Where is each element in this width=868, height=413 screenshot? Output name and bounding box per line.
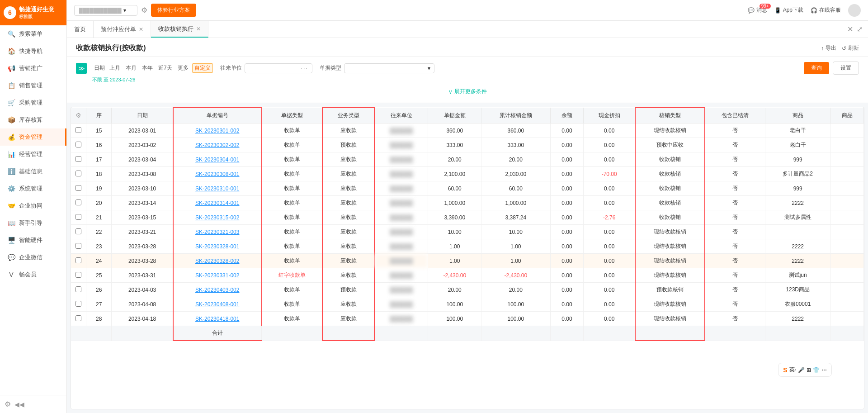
td-balance: 0.00 [550, 239, 584, 254]
sidebar-item-hardware-label: 智能硬件 [19, 236, 42, 244]
settings-icon[interactable]: ⚙ [5, 400, 11, 408]
td-bill-no[interactable]: SK-20230403-002 [173, 283, 262, 297]
sidebar-item-inventory[interactable]: 📦 库存核算 [0, 111, 66, 128]
footer-amount-cell [428, 326, 481, 341]
sidebar-item-marketing[interactable]: 📢 营销推广 [0, 60, 66, 77]
th-settings[interactable]: ⚙ [71, 108, 86, 123]
watermark-logo: S [783, 366, 787, 374]
topbar-gear-icon[interactable]: ⚙ [141, 6, 147, 14]
sidebar-item-basic[interactable]: ℹ️ 基础信息 [0, 163, 66, 180]
collapse-sidebar-icon[interactable]: ◀◀ [14, 401, 24, 408]
online-service-button[interactable]: 🎧 在线客服 [811, 6, 841, 14]
td-seq: 19 [86, 181, 112, 196]
watermark-text: 英· [789, 366, 796, 374]
row-checkbox[interactable] [75, 286, 81, 292]
sidebar-item-finance[interactable]: 💰 资金管理 [0, 128, 66, 146]
td-write-off-type: 收款核销 [635, 181, 705, 196]
filter-date-item: 日期 上月 本月 本年 近7天 更多 自定义 [94, 63, 213, 73]
td-bill-no[interactable]: SK-20230301-002 [173, 123, 262, 138]
user-avatar[interactable] [848, 4, 861, 17]
td-checkbox [71, 312, 86, 326]
sidebar-item-operation[interactable]: 📊 经营管理 [0, 146, 66, 163]
row-checkbox[interactable] [75, 171, 81, 176]
company-selector[interactable]: ████████████ ▾ [74, 5, 137, 16]
td-seq: 17 [86, 152, 112, 167]
td-write-off-type: 收款核销 [635, 196, 705, 210]
filter-this-month-btn[interactable]: 本月 [124, 63, 138, 73]
data-table: ⚙ 序 日期 单据编号 单据类型 业务类型 往来单位 单据金额 累计核销金额 余… [71, 107, 864, 341]
row-checkbox[interactable] [75, 257, 81, 263]
filter-row: ≫ 日期 上月 本月 本年 近7天 更多 自定义 往来单位 [76, 62, 859, 75]
td-product2 [830, 297, 864, 312]
filter-collapse-button[interactable]: ≫ [76, 63, 87, 74]
td-include-settled: 否 [705, 225, 765, 239]
row-checkbox[interactable] [75, 315, 81, 321]
row-checkbox[interactable] [75, 199, 81, 205]
footer-product2-cell [830, 326, 864, 341]
td-partner: ██████ [374, 152, 428, 167]
sidebar-item-quick-nav[interactable]: 🏠 快捷导航 [0, 43, 66, 60]
td-bill-no[interactable]: SK-20230315-002 [173, 210, 262, 225]
sidebar-item-guide[interactable]: 📖 新手引导 [0, 214, 66, 232]
app-download-button[interactable]: 📱 App下载 [774, 6, 803, 14]
filter-last-month-btn[interactable]: 上月 [108, 63, 122, 73]
column-settings-icon[interactable]: ⚙ [75, 112, 81, 119]
td-bill-no[interactable]: SK-20230308-001 [173, 167, 262, 181]
td-seq: 16 [86, 138, 112, 152]
query-button[interactable]: 查询 [804, 62, 829, 74]
row-checkbox[interactable] [75, 243, 81, 249]
page-header: 收款核销执行(按收款) ↑ 导出 ↺ 刷新 [67, 38, 868, 57]
sidebar-item-sales[interactable]: 📋 销售管理 [0, 77, 66, 94]
solution-button[interactable]: 体验行业方案 [151, 4, 196, 17]
tab-prepay[interactable]: 预付冲应付单 ✕ [94, 21, 151, 38]
sidebar-item-search[interactable]: 🔍 搜索菜单 [0, 25, 66, 43]
td-bill-no[interactable]: SK-20230418-001 [173, 312, 262, 326]
sidebar-item-system[interactable]: ⚙️ 系统管理 [0, 180, 66, 197]
row-checkbox[interactable] [75, 301, 81, 307]
sidebar-item-quick-nav-label: 快捷导航 [19, 47, 42, 55]
refresh-button[interactable]: ↺ 刷新 [842, 44, 859, 52]
sidebar-item-enterprise[interactable]: 🤝 企业协同 [0, 197, 66, 214]
row-checkbox[interactable] [75, 142, 81, 147]
tab-collection[interactable]: 收款核销执行 ✕ [151, 21, 208, 38]
td-partner: ██████ [374, 225, 428, 239]
close-tab-icon[interactable]: ✕ [847, 25, 853, 33]
row-checkbox[interactable] [75, 272, 81, 278]
td-bill-no[interactable]: SK-20230310-001 [173, 181, 262, 196]
expand-more-conditions-button[interactable]: ∨ 展开更多条件 [448, 88, 487, 95]
td-include-settled: 否 [705, 297, 765, 312]
row-checkbox[interactable] [75, 228, 81, 234]
filter-more-btn[interactable]: 更多 [176, 63, 190, 73]
row-checkbox[interactable] [75, 214, 81, 220]
td-bill-no[interactable]: SK-20230331-002 [173, 268, 262, 283]
sidebar-item-wechat[interactable]: 💬 企业微信 [0, 249, 66, 266]
sidebar-item-member[interactable]: V 畅会员 [0, 266, 66, 283]
tab-collection-close-icon[interactable]: ✕ [196, 26, 201, 32]
row-checkbox[interactable] [75, 127, 81, 133]
expand-tab-icon[interactable]: ⤢ [857, 25, 863, 33]
filter-setting-button[interactable]: 设置 [833, 62, 859, 75]
td-bill-no[interactable]: SK-20230304-001 [173, 152, 262, 167]
filter-bill-type-select[interactable]: ▾ [344, 63, 434, 73]
messages-button[interactable]: 💬 消息 99+ [748, 6, 767, 14]
td-bill-no[interactable]: SK-20230302-002 [173, 138, 262, 152]
enterprise-icon: 🤝 [7, 202, 15, 209]
filter-7days-btn[interactable]: 近7天 [156, 63, 174, 73]
sidebar-item-purchase[interactable]: 🛒 采购管理 [0, 94, 66, 111]
td-bill-no[interactable]: SK-20230408-001 [173, 297, 262, 312]
tab-prepay-close-icon[interactable]: ✕ [139, 26, 143, 33]
filter-custom-btn[interactable]: 自定义 [192, 63, 213, 73]
td-bill-no[interactable]: SK-20230321-003 [173, 225, 262, 239]
filter-this-year-btn[interactable]: 本年 [140, 63, 155, 73]
filter-partner-select[interactable]: ··· [245, 63, 312, 73]
tab-home[interactable]: 首页 [67, 21, 94, 38]
td-include-settled: 否 [705, 152, 765, 167]
td-bill-no[interactable]: SK-20230314-001 [173, 196, 262, 210]
row-checkbox[interactable] [75, 156, 81, 162]
row-checkbox[interactable] [75, 185, 81, 191]
sidebar-item-hardware[interactable]: 🖥️ 智能硬件 [0, 232, 66, 249]
table-row: 232023-03-28SK-20230328-001收款单应收款██████1… [71, 239, 864, 254]
td-bill-no[interactable]: SK-20230328-002 [173, 254, 262, 268]
td-bill-no[interactable]: SK-20230328-001 [173, 239, 262, 254]
export-button[interactable]: ↑ 导出 [821, 44, 836, 52]
